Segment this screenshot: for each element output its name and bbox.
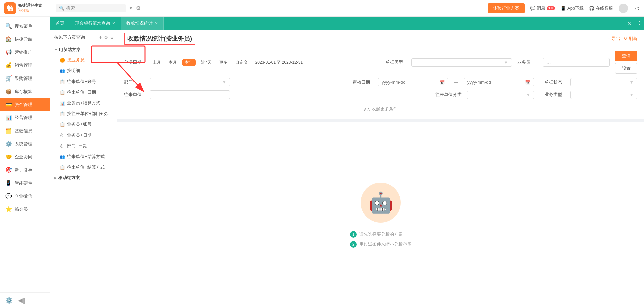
scheme-settings-icon[interactable]: ⚙ bbox=[104, 35, 108, 40]
scheme-group-desktop: ▼ 电脑端方案 🟠 按业务员 👥 按明细 📋 往来单位+账号 bbox=[50, 45, 117, 173]
sidebar-item-inventory[interactable]: 📦库存核算 bbox=[0, 85, 50, 98]
doc-type-select[interactable]: ▼ bbox=[411, 58, 512, 67]
doc-status-label: 单据状态 bbox=[545, 79, 565, 85]
topbar-search-box[interactable]: 🔍 bbox=[56, 4, 126, 12]
scheme-sub-partner-dept[interactable]: 📋 按往来单位+部门+收... bbox=[50, 108, 117, 119]
sidebar-item-newguide[interactable]: 🎯新手引导 bbox=[0, 163, 50, 176]
user-avatar[interactable] bbox=[619, 4, 628, 13]
close-all-btn[interactable]: ✕ bbox=[627, 20, 631, 27]
fullscreen-btn[interactable]: ⛶ bbox=[635, 20, 640, 27]
scheme-sub-staff-settle[interactable]: 📊 业务员+结算方式 bbox=[50, 98, 117, 108]
shortcut-this-year[interactable]: 本年 bbox=[182, 59, 196, 66]
scheme-sub-dept-date[interactable]: ⏱ 部门+日期 bbox=[50, 141, 117, 151]
scheme-sub-partner-account[interactable]: 📋 往来单位+账号 bbox=[50, 76, 117, 87]
scheme-list: ▼ 电脑端方案 🟠 按业务员 👥 按明细 📋 往来单位+账号 bbox=[50, 43, 117, 308]
sidebar-item-baseinfo[interactable]: 🗂️基础信息 bbox=[0, 124, 50, 137]
scheme-sub-partner-settle2[interactable]: 📋 往来单位+结算方式 bbox=[50, 162, 117, 173]
sidebar-item-system[interactable]: ⚙️系统管理 bbox=[0, 137, 50, 150]
tab-home[interactable]: 首页 bbox=[50, 17, 70, 30]
tab-bank[interactable]: 现金银行流水查询 ✕ bbox=[70, 17, 121, 30]
scheme-label-staff: 按业务员 bbox=[67, 57, 85, 63]
review-date-start[interactable]: 📅 bbox=[378, 78, 448, 86]
sidebar-item-enterprise[interactable]: 🤝企业协同 bbox=[0, 150, 50, 163]
logo-name: 畅捷通好生意 bbox=[18, 3, 42, 8]
tab-bank-close[interactable]: ✕ bbox=[112, 21, 115, 26]
query-btn[interactable]: 查询 bbox=[615, 51, 637, 61]
review-date-end-input[interactable] bbox=[467, 80, 524, 85]
messages-badge: 99+ bbox=[547, 6, 555, 10]
topbar-settings-icon[interactable]: ⚙ bbox=[136, 5, 141, 11]
search-input[interactable] bbox=[66, 6, 123, 11]
scheme-group-mobile: ▶ 移动端方案 bbox=[50, 173, 117, 183]
scheme-sub-by-staff[interactable]: 🟠 按业务员 bbox=[50, 55, 117, 65]
step-1-text: 请先选择要分析的方案 bbox=[359, 231, 403, 237]
refresh-btn[interactable]: ↻ 刷新 bbox=[624, 36, 637, 42]
date-shortcuts: 上月 本月 本年 近7天 更多 自定义 2023-01-01 至 2023-12… bbox=[150, 59, 303, 66]
partner-label: 往来单位 bbox=[124, 92, 144, 98]
review-date-start-input[interactable] bbox=[382, 80, 438, 85]
scheme-sub-by-detail[interactable]: 👥 按明细 bbox=[50, 65, 117, 76]
download-icon: 📱 bbox=[560, 6, 566, 11]
scheme-sub-partner-settle1[interactable]: 👥 往来单位+结算方式 bbox=[50, 151, 117, 162]
scheme-icon-ps2: 📋 bbox=[60, 165, 65, 170]
sidebar-item-wechat[interactable]: 💬企业微信 bbox=[0, 190, 50, 203]
sidebar-item-search[interactable]: 🔍搜索菜单 bbox=[0, 19, 50, 33]
app-download-btn[interactable]: 📱 App下载 bbox=[560, 5, 584, 11]
scheme-sub-staff-account[interactable]: 📋 业务员+账号 bbox=[50, 119, 117, 130]
settings-btn[interactable]: 设置 bbox=[615, 63, 637, 74]
right-panel-wrap: 收款情况统计(按业务员) ↑ 导出 ↻ 刷新 单据日期 bbox=[117, 30, 644, 308]
scheme-add-icon[interactable]: + bbox=[99, 34, 102, 40]
scheme-icon-sd: ⏱ bbox=[60, 133, 65, 138]
scheme-sub-partner-date[interactable]: 📋 往来单位+日期 bbox=[50, 87, 117, 98]
refresh-label: 刷新 bbox=[629, 36, 637, 42]
sidebar-item-finance[interactable]: 💳资金管理 bbox=[0, 98, 50, 111]
tab-collection[interactable]: 收款情况统计 ✕ bbox=[121, 17, 164, 30]
shortcut-more[interactable]: 更多 bbox=[216, 59, 230, 66]
partner-type-select[interactable]: ▼ bbox=[467, 91, 534, 99]
dept-select[interactable]: ▼ bbox=[150, 78, 230, 86]
shortcut-7days[interactable]: 近7天 bbox=[198, 59, 214, 66]
shortcut-custom[interactable]: 自定义 bbox=[232, 59, 251, 66]
staff-select[interactable]: … bbox=[543, 58, 610, 67]
tab-bank-label: 现金银行流水查询 bbox=[75, 20, 110, 27]
breadcrumb-dropdown-icon[interactable]: ▼ bbox=[129, 6, 133, 11]
doc-type-arrow: ▼ bbox=[504, 60, 508, 65]
calendar-start-icon[interactable]: 📅 bbox=[439, 80, 445, 85]
sidebar-item-marketing[interactable]: 📢营销推广 bbox=[0, 46, 50, 59]
scheme-sub-staff-date[interactable]: ⏱ 业务员+日期 bbox=[50, 130, 117, 141]
smarthw-label: 智能硬件 bbox=[15, 180, 32, 186]
sidebar-item-member[interactable]: ⭐畅会员 bbox=[0, 203, 50, 216]
review-date-end[interactable]: 📅 bbox=[464, 78, 534, 86]
calendar-end-icon[interactable]: 📅 bbox=[525, 80, 530, 85]
shortcut-this-month[interactable]: 本月 bbox=[166, 59, 180, 66]
filter-row-1: 单据日期 上月 本月 本年 近7天 更多 自定义 2023-01-01 至 20… bbox=[124, 51, 637, 74]
biz-type-select[interactable]: ▼ bbox=[570, 91, 637, 99]
collapse-btn[interactable]: ∧∧ 收起更多条件 bbox=[124, 103, 637, 115]
sidebar-item-sales[interactable]: 💰销售管理 bbox=[0, 59, 50, 72]
message-icon: 💬 bbox=[530, 6, 535, 11]
footer-settings-icon[interactable]: ⚙️ bbox=[5, 297, 13, 304]
sidebar-item-quicknav[interactable]: 🏠快捷导航 bbox=[0, 33, 50, 46]
empty-steps: 1 请先选择要分析的方案 2 用过滤条件来缩小分析范围 bbox=[350, 231, 412, 248]
sidebar-item-operations[interactable]: 📊经营管理 bbox=[0, 111, 50, 124]
doc-status-select[interactable]: ▼ bbox=[570, 78, 637, 86]
online-service-label: 在线客服 bbox=[596, 5, 613, 11]
partner-type-label: 往来单位分类 bbox=[435, 92, 462, 98]
partner-select[interactable]: … bbox=[150, 90, 230, 99]
baseinfo-icon: 🗂️ bbox=[5, 127, 12, 134]
messages-btn[interactable]: 💬 消息 99+ bbox=[530, 5, 555, 11]
tab-collection-close[interactable]: ✕ bbox=[155, 21, 158, 26]
trial-btn[interactable]: 体验行业方案 bbox=[488, 3, 525, 13]
sidebar-item-smarthw[interactable]: 📱智能硬件 bbox=[0, 176, 50, 190]
footer-collapse-icon[interactable]: ◀‖ bbox=[18, 297, 26, 304]
topbar: 🔍 ▼ ⚙ 体验行业方案 💬 消息 99+ 📱 App下载 🎧 在线客服 Rit bbox=[50, 0, 644, 17]
scheme-collapse-icon[interactable]: « bbox=[110, 35, 113, 40]
online-service-btn[interactable]: 🎧 在线客服 bbox=[589, 5, 613, 11]
scheme-group-mobile-header[interactable]: ▶ 移动端方案 bbox=[50, 173, 117, 183]
sidebar-item-purchase[interactable]: 🛒采购管理 bbox=[0, 72, 50, 85]
tabbar-right: ✕ ⛶ bbox=[623, 17, 644, 30]
smarthw-icon: 📱 bbox=[5, 180, 12, 186]
shortcut-last-month[interactable]: 上月 bbox=[150, 59, 164, 66]
scheme-group-desktop-header[interactable]: ▼ 电脑端方案 bbox=[50, 45, 117, 55]
export-btn[interactable]: ↑ 导出 bbox=[608, 36, 621, 42]
